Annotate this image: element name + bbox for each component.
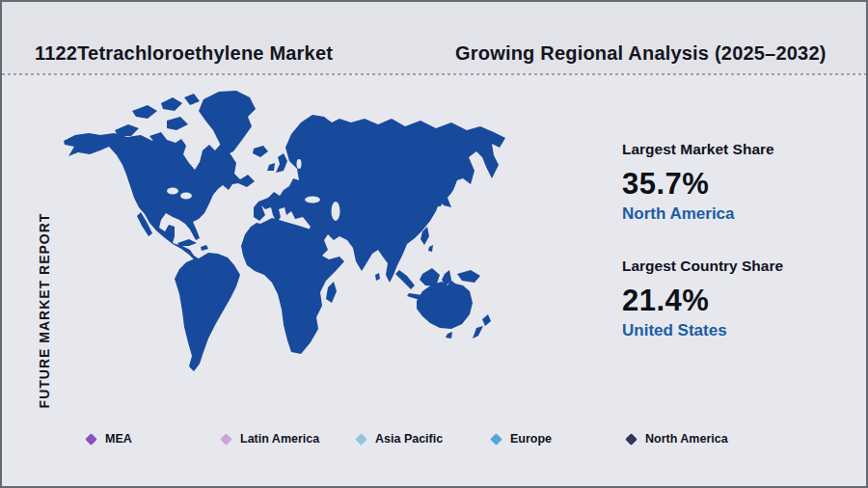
iceland bbox=[253, 146, 268, 157]
legend-label: Latin America bbox=[240, 432, 319, 446]
africa-landmass bbox=[241, 218, 344, 354]
infographic-frame: 1122Tetrachloroethylene Market Growing R… bbox=[0, 0, 868, 488]
map-landmasses bbox=[64, 91, 505, 371]
black-sea bbox=[305, 197, 320, 203]
sri-lanka bbox=[375, 273, 380, 281]
stat-value: 35.7% bbox=[622, 167, 863, 202]
stat-value: 21.4% bbox=[622, 284, 863, 318]
arctic-islands bbox=[115, 94, 200, 144]
caspian-sea bbox=[332, 202, 340, 221]
legend: MEA Latin America Asia Pacific Europe No… bbox=[87, 432, 762, 446]
legend-label: North America bbox=[645, 432, 728, 446]
diamond-marker-icon bbox=[85, 433, 97, 446]
tasmania bbox=[446, 332, 452, 339]
stat-region: North America bbox=[622, 204, 863, 224]
diamond-marker-icon bbox=[490, 433, 502, 446]
legend-label: MEA bbox=[105, 432, 132, 446]
stat-label: Largest Market Share bbox=[622, 141, 863, 158]
stat-label: Largest Country Share bbox=[622, 258, 863, 275]
legend-item-asia-pacific: Asia Pacific bbox=[357, 432, 492, 446]
legend-item-north-america: North America bbox=[627, 432, 762, 446]
baltic-sea bbox=[297, 159, 302, 169]
legend-label: Europe bbox=[510, 432, 552, 446]
sumatra bbox=[395, 270, 415, 289]
great-britain bbox=[276, 153, 287, 173]
diamond-marker-icon bbox=[625, 433, 637, 446]
largest-country-share-stat: Largest Country Share 21.4% United State… bbox=[622, 258, 863, 340]
great-lakes bbox=[180, 193, 192, 200]
madagascar bbox=[326, 282, 337, 303]
largest-market-share-stat: Largest Market Share 35.7% North America bbox=[622, 141, 863, 224]
page-subtitle: Growing Regional Analysis (2025–2032) bbox=[455, 42, 827, 65]
legend-label: Asia Pacific bbox=[375, 432, 443, 446]
brand-vertical-label: FUTURE MARKET REPORT bbox=[37, 213, 52, 409]
header-band: 1122Tetrachloroethylene Market Growing R… bbox=[2, 2, 866, 73]
legend-item-europe: Europe bbox=[492, 432, 627, 446]
legend-item-mea: MEA bbox=[87, 432, 222, 446]
diamond-marker-icon bbox=[355, 433, 367, 446]
new-guinea bbox=[457, 270, 480, 283]
page-title: 1122Tetrachloroethylene Market bbox=[35, 42, 333, 65]
legend-item-latin-america: Latin America bbox=[222, 432, 357, 446]
australia bbox=[417, 280, 473, 329]
ireland bbox=[267, 163, 275, 171]
new-zealand bbox=[473, 314, 491, 339]
stat-region: United States bbox=[622, 321, 863, 340]
great-lakes bbox=[167, 188, 178, 195]
greenland bbox=[199, 91, 256, 155]
south-america-landmass bbox=[175, 253, 240, 371]
dashed-divider bbox=[2, 73, 866, 75]
diamond-marker-icon bbox=[220, 433, 232, 446]
world-map bbox=[58, 85, 586, 386]
